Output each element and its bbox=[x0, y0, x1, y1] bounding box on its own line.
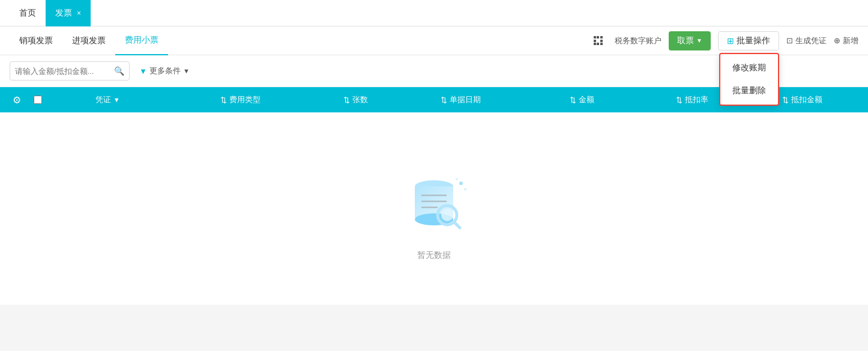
settings-icon[interactable]: ⚙ bbox=[13, 94, 21, 106]
sort-icon-count: ⇅ bbox=[343, 96, 350, 105]
empty-state: 暂无数据 bbox=[0, 112, 868, 305]
add-icon: ⊕ bbox=[834, 36, 840, 45]
gen-voucher-button[interactable]: ⊡ 生成凭证 bbox=[786, 35, 827, 46]
qr-icon bbox=[594, 36, 603, 45]
home-tab[interactable]: 首页 bbox=[10, 0, 46, 26]
toolbar-actions: 税务数字账户 取票 ▼ ⊞ 批量操作 修改账期 批量删除 ⊡ 生成凭证 bbox=[588, 31, 858, 50]
invoice-tab-close[interactable]: × bbox=[77, 9, 81, 17]
select-all-checkbox[interactable] bbox=[34, 96, 42, 104]
th-settings: ⚙ bbox=[5, 94, 29, 106]
th-voucher: 凭证 ▼ bbox=[47, 94, 168, 105]
th-amount: ⇅ 金额 bbox=[521, 94, 642, 105]
th-checkbox bbox=[29, 96, 47, 104]
filter-chevron-icon: ▼ bbox=[183, 67, 190, 75]
top-nav: 首页 发票 × bbox=[0, 0, 868, 26]
invoice-tab-label: 发票 bbox=[55, 8, 72, 19]
batch-op-container: ⊞ 批量操作 修改账期 批量删除 bbox=[718, 31, 779, 50]
sort-icon-date: ⇅ bbox=[441, 96, 447, 105]
search-icon[interactable]: 🔍 bbox=[114, 66, 124, 76]
gen-voucher-icon: ⊡ bbox=[786, 36, 793, 45]
empty-illustration bbox=[398, 168, 470, 240]
sort-icon: ⇅ bbox=[220, 96, 227, 105]
sort-icon-deduct: ⇅ bbox=[782, 96, 789, 105]
batch-op-button[interactable]: ⊞ 批量操作 bbox=[718, 31, 779, 50]
sort-icon-rate: ⇅ bbox=[676, 96, 683, 105]
batch-icon: ⊞ bbox=[727, 36, 734, 46]
tab-jinxiang[interactable]: 进项发票 bbox=[62, 26, 115, 55]
batch-op-dropdown: 修改账期 批量删除 bbox=[719, 53, 779, 106]
tab-xiaoxiang[interactable]: 销项发票 bbox=[10, 26, 62, 55]
svg-point-10 bbox=[464, 188, 466, 191]
search-input-wrap: 🔍 bbox=[10, 61, 130, 81]
take-ticket-button[interactable]: 取票 ▼ bbox=[669, 31, 711, 50]
qr-code-button[interactable] bbox=[588, 31, 607, 50]
svg-point-7 bbox=[441, 209, 453, 221]
empty-text: 暂无数据 bbox=[417, 250, 451, 261]
th-date: ⇅ 单据日期 bbox=[400, 94, 521, 105]
search-input[interactable] bbox=[15, 67, 114, 76]
filter-icon: ▼ bbox=[139, 67, 147, 76]
tab-list: 销项发票 进项发票 费用小票 bbox=[10, 26, 168, 55]
invoice-tab[interactable]: 发票 × bbox=[46, 0, 91, 26]
second-toolbar: 销项发票 进项发票 费用小票 税务数字账户 取票 ▼ ⊞ 批量操 bbox=[0, 26, 868, 55]
dropdown-item-modify-period[interactable]: 修改账期 bbox=[720, 56, 778, 79]
svg-point-11 bbox=[456, 178, 458, 180]
svg-line-8 bbox=[454, 222, 460, 228]
svg-point-9 bbox=[459, 182, 463, 185]
th-count: ⇅ 张数 bbox=[312, 94, 400, 105]
take-ticket-chevron-icon: ▼ bbox=[696, 37, 702, 44]
dropdown-item-batch-delete[interactable]: 批量删除 bbox=[720, 79, 778, 102]
voucher-filter-icon[interactable]: ▼ bbox=[113, 96, 120, 103]
home-label: 首页 bbox=[19, 8, 36, 19]
tab-feiyong[interactable]: 费用小票 bbox=[115, 26, 168, 55]
th-expense-type: ⇅ 费用类型 bbox=[168, 94, 312, 105]
tax-account-button[interactable]: 税务数字账户 bbox=[615, 35, 662, 46]
filter-button[interactable]: ▼ 更多条件 ▼ bbox=[139, 66, 190, 76]
add-button[interactable]: ⊕ 新增 bbox=[834, 35, 858, 46]
sort-icon-amount: ⇅ bbox=[570, 96, 576, 105]
